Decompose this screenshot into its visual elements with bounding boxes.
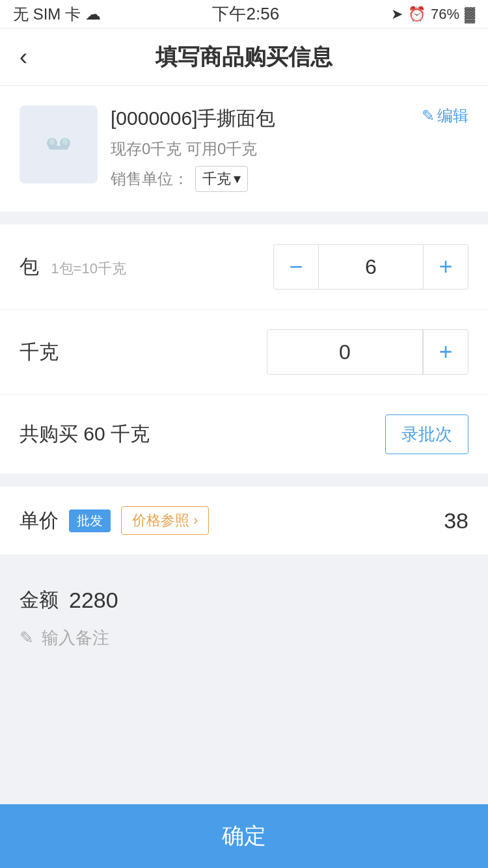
bag-label: 包 1包=10千克 bbox=[20, 254, 273, 280]
price-reference-button[interactable]: 价格参照 › bbox=[121, 506, 209, 535]
status-time: 下午2:56 bbox=[212, 3, 279, 25]
kg-quantity-input[interactable] bbox=[267, 329, 423, 375]
note-row[interactable]: ✎ 输入备注 bbox=[20, 627, 468, 649]
note-placeholder: 输入备注 bbox=[42, 627, 109, 649]
battery-level: 76% bbox=[431, 6, 459, 23]
price-value: 38 bbox=[444, 508, 468, 534]
product-logo-icon bbox=[39, 125, 78, 164]
unit-value: 千克 bbox=[202, 169, 231, 189]
kg-increase-button[interactable]: + bbox=[423, 329, 468, 375]
edit-icon: ✎ bbox=[422, 107, 435, 125]
page-title: 填写商品购买信息 bbox=[156, 42, 332, 72]
product-card: [0000006]手撕面包 ✎ 编辑 现存0千克 可用0千克 销售单位： 千克 … bbox=[0, 86, 488, 211]
kg-qty-row: 千克 + bbox=[0, 310, 488, 395]
bag-decrease-button[interactable]: − bbox=[273, 244, 319, 290]
batch-record-button[interactable]: 录批次 bbox=[385, 414, 468, 454]
kg-label: 千克 bbox=[20, 339, 267, 366]
svg-rect-2 bbox=[49, 146, 68, 150]
battery-icon: ▓ bbox=[465, 6, 475, 23]
status-right: ➤ ⏰ 76% ▓ bbox=[391, 6, 475, 23]
price-type-tag: 批发 bbox=[69, 509, 111, 532]
amount-section: 金额 2280 ✎ 输入备注 bbox=[0, 567, 488, 669]
price-row: 单价 批发 价格参照 › 38 bbox=[20, 506, 468, 535]
product-info: [0000006]手撕面包 ✎ 编辑 现存0千克 可用0千克 销售单位： 千克 … bbox=[111, 105, 468, 192]
edit-button[interactable]: ✎ 编辑 bbox=[422, 105, 468, 126]
svg-point-4 bbox=[62, 139, 68, 145]
product-unit: 销售单位： 千克 ▾ bbox=[111, 166, 468, 192]
total-qty-text: 共购买 60 千克 bbox=[20, 421, 385, 448]
amount-row: 金额 2280 bbox=[20, 587, 468, 614]
summary-row: 共购买 60 千克 录批次 bbox=[0, 395, 488, 474]
confirm-bar[interactable]: 确定 bbox=[0, 804, 488, 868]
price-section: 单价 批发 价格参照 › 38 bbox=[0, 487, 488, 554]
amount-label: 金额 bbox=[20, 587, 59, 614]
status-left: 无 SIM 卡 ☁ bbox=[13, 4, 101, 25]
product-stock: 现存0千克 可用0千克 bbox=[111, 139, 468, 159]
bag-qty-row: 包 1包=10千克 − + bbox=[0, 224, 488, 310]
sim-status: 无 SIM 卡 ☁ bbox=[13, 4, 101, 25]
product-image bbox=[20, 105, 98, 183]
product-name: [0000006]手撕面包 bbox=[111, 105, 275, 132]
bag-increase-button[interactable]: + bbox=[423, 244, 468, 290]
amount-value: 2280 bbox=[69, 588, 118, 613]
nav-bar: ‹ 填写商品购买信息 bbox=[0, 29, 488, 86]
location-icon: ➤ bbox=[391, 6, 403, 23]
quantity-section: 包 1包=10千克 − + 千克 + 共购买 60 千克 录批次 bbox=[0, 224, 488, 474]
status-bar: 无 SIM 卡 ☁ 下午2:56 ➤ ⏰ 76% ▓ bbox=[0, 0, 488, 29]
dropdown-icon: ▾ bbox=[234, 170, 241, 187]
back-button[interactable]: ‹ bbox=[20, 44, 27, 71]
confirm-button[interactable]: 确定 bbox=[222, 821, 266, 851]
price-label: 单价 bbox=[20, 508, 59, 534]
unit-label: 销售单位： bbox=[111, 169, 189, 189]
unit-select[interactable]: 千克 ▾ bbox=[195, 166, 248, 192]
bag-hint: 1包=10千克 bbox=[51, 260, 126, 277]
note-icon: ✎ bbox=[20, 628, 34, 648]
svg-point-3 bbox=[49, 139, 55, 145]
alarm-icon: ⏰ bbox=[408, 6, 426, 23]
edit-label: 编辑 bbox=[437, 105, 468, 126]
bag-quantity-input[interactable] bbox=[319, 244, 423, 290]
